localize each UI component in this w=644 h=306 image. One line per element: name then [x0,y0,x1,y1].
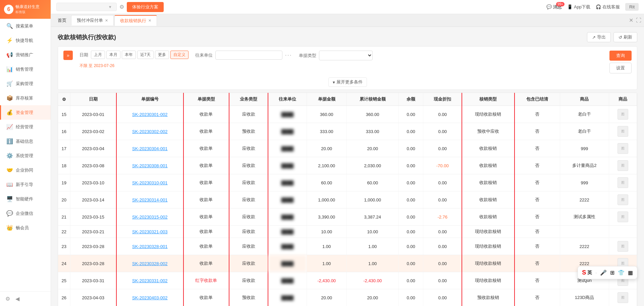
sidebar-item-collab[interactable]: 🤝 企业协同 [0,163,51,177]
td-doc-no[interactable]: SK-20230403-002 [116,289,183,306]
sidebar-item-marketing[interactable]: 📢 营销推广 [0,48,51,62]
td-date: 2023-03-31 [70,272,116,289]
td-biz-type: 应收款 [229,208,268,226]
ime-apps-icon[interactable]: ▦ [628,269,633,276]
filter-bar-outer: » 日期 上月 本月 本年 近7天 更多 自定义 不限 [58,46,637,90]
topbar-gear-icon[interactable]: ⚙ [119,4,124,10]
ime-shirt-icon[interactable]: 👕 [618,269,625,276]
td-no: 15 [58,106,70,123]
collapse-icon[interactable]: ◀ [15,296,19,302]
tab-close-all-button[interactable]: ✕ [629,17,633,23]
td-biz-type: 应收款 [229,174,268,191]
sidebar-item-base[interactable]: ℹ️ 基础信息 [0,134,51,148]
td-doc-no[interactable]: SK-20230301-002 [116,106,183,123]
td-amount: 333.00 [307,123,346,140]
th-product2: 商品 [609,93,637,106]
td-doc-no[interactable]: SK-20230314-001 [116,191,183,208]
ime-toolbar: S 英 · 🎤 ⊞ 👕 ▦ [578,266,637,279]
wechat-icon: 💬 [6,210,13,217]
this-year-btn[interactable]: 本年 [122,51,136,59]
sidebar-item-inventory[interactable]: 📦 库存核算 [0,91,51,105]
refresh-button[interactable]: ↺ 刷新 [613,32,637,42]
td-product2: 图 [609,238,637,255]
date-range-display: 不限 至 2023-07-26 [79,63,114,69]
tabbar-actions: ✕ ⛶ [629,17,641,23]
online-service-link[interactable]: 🎧 在线客服 [596,4,620,10]
settings-icon[interactable]: ⚙ [5,296,10,302]
solution-button[interactable]: 体验行业方案 [127,2,164,12]
user-avatar[interactable]: Rit [625,3,639,11]
td-doc-no[interactable]: SK-20230310-001 [116,174,183,191]
td-included: 否 [515,174,560,191]
tab-collection-close[interactable]: ✕ [148,18,151,23]
td-doc-type: 收款单 [183,238,229,255]
td-biz-type: 预收款 [229,123,268,140]
tab-collection[interactable]: 收款核销执行 ✕ [114,15,157,26]
td-no: 25 [58,272,70,289]
doc-type-select[interactable] [319,51,373,60]
query-button[interactable]: 查询 [609,51,632,61]
td-doc-no[interactable]: SK-20230304-001 [116,140,183,157]
search-input[interactable] [60,5,107,9]
td-no: 19 [58,174,70,191]
app-download-link[interactable]: 📱 App下载 [567,4,590,10]
counterparty-more-icon[interactable]: ··· [285,52,292,59]
sidebar-item-purchase[interactable]: 🛒 采购管理 [0,76,51,91]
td-cancel-type: 收款核销 [462,140,515,157]
custom-date-btn[interactable]: 自定义 [170,51,189,59]
sidebar-label-inventory: 库存核算 [16,95,33,101]
td-doc-no[interactable]: SK-20230328-001 [116,238,183,255]
notification-icon[interactable]: 💬 消息 99+ [546,4,562,10]
tab-home[interactable]: 首页 [54,15,70,25]
td-biz-type: 应收款 [229,238,268,255]
th-settings[interactable]: ⚙ [58,93,70,106]
td-doc-type: 收款单 [183,140,229,157]
ime-mic-icon[interactable]: 🎤 [600,269,607,276]
td-doc-no[interactable]: SK-20230302-002 [116,123,183,140]
tab-prepay-close[interactable]: ✕ [105,18,108,23]
filter-actions: 查询 设置 [609,51,632,73]
td-product1: 2222 [560,191,609,208]
td-doc-no[interactable]: SK-20230321-003 [116,226,183,238]
sidebar-item-nav[interactable]: ⚡ 快捷导航 [0,33,51,48]
td-cash-discount: 0.00 [423,140,462,157]
td-biz-type: 应收款 [229,226,268,238]
ime-grid-icon[interactable]: ⊞ [610,269,614,276]
td-date: 2023-03-15 [70,208,116,226]
td-cumulative: 60.00 [346,174,398,191]
tab-prepay[interactable]: 预付冲应付单 ✕ [71,15,114,25]
sidebar-item-vip[interactable]: 👑 畅会员 [0,221,51,235]
td-cash-discount: 0.00 [423,226,462,238]
td-product1: 999 [560,140,609,157]
page-content: 收款核销执行(按收款) ↗ 导出 ↺ 刷新 » 日期 [51,27,644,306]
td-doc-no[interactable]: SK-20230315-002 [116,208,183,226]
sidebar-item-wechat[interactable]: 💬 企业微信 [0,206,51,221]
td-doc-no[interactable]: SK-20230331-002 [116,272,183,289]
sidebar-item-search[interactable]: 🔍 搜索菜单 [0,19,51,33]
last-7days-btn[interactable]: 近7天 [137,51,154,59]
sidebar-item-guide[interactable]: 📖 新手引导 [0,177,51,192]
last-month-btn[interactable]: 上月 [91,51,105,59]
this-month-btn[interactable]: 本月 [106,51,120,59]
sidebar-item-system[interactable]: ⚙️ 系统管理 [0,148,51,163]
td-product2: 图 [609,140,637,157]
counterparty-input[interactable] [215,51,282,60]
td-balance: 0.00 [398,272,423,289]
td-included: 否 [515,255,560,272]
td-no: 23 [58,238,70,255]
export-button[interactable]: ↗ 导出 [587,32,611,42]
th-cumulative: 累计核销金额 [346,93,398,106]
expand-conditions-btn[interactable]: ▾ 展开更多条件 [328,77,367,87]
td-biz-type: 应收款 [229,191,268,208]
more-date-btn[interactable]: 更多 [155,51,169,59]
td-cash-discount: 0.00 [423,174,462,191]
td-doc-no[interactable]: SK-20230308-001 [116,157,183,174]
sidebar-item-operation[interactable]: 📈 经营管理 [0,120,51,134]
td-doc-no[interactable]: SK-20230328-002 [116,255,183,272]
tab-maximize-button[interactable]: ⛶ [636,17,641,23]
sidebar-item-hardware[interactable]: 🖥️ 智能硬件 [0,192,51,206]
sidebar-item-finance[interactable]: 💰 资金管理 [0,105,51,120]
filter-expand-btn[interactable]: » [63,51,73,60]
settings-button[interactable]: 设置 [609,63,632,73]
sidebar-item-sales[interactable]: 📊 销售管理 [0,62,51,76]
